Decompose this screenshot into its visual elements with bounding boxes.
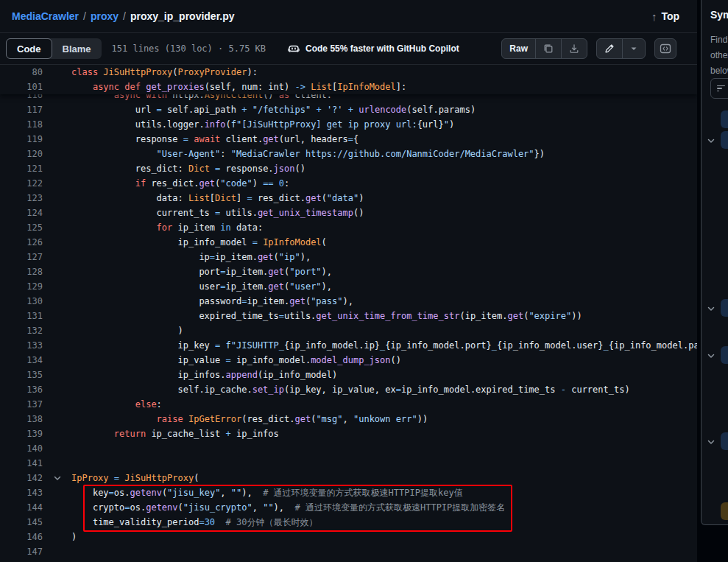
symbol-expand-chevron-icon[interactable]	[706, 351, 716, 361]
code-text: if res_dict.get("code") == 0:	[71, 178, 289, 189]
line-number[interactable]: 143	[0, 488, 43, 498]
right-sidebar: Symbols Findotherbelow	[697, 0, 728, 562]
code-line: 142IpProxy = JiSuHttpProxy(	[0, 471, 697, 485]
code-line: 124 current_ts = utils.get_unix_timestam…	[0, 206, 697, 220]
line-number[interactable]: 125	[0, 222, 43, 233]
edit-button[interactable]	[597, 39, 622, 58]
download-button[interactable]	[561, 39, 587, 58]
line-number[interactable]: 127	[0, 252, 43, 262]
line-number[interactable]: 118	[0, 119, 43, 130]
line-number[interactable]: 131	[0, 311, 43, 321]
code-line: 101 async def get_proxies(self, num: int…	[0, 80, 697, 94]
symbol-item[interactable]	[721, 299, 728, 317]
line-number[interactable]: 136	[0, 384, 43, 395]
edit-dropdown-chevron-icon	[630, 45, 637, 52]
line-number[interactable]: 123	[0, 193, 43, 203]
code-viewer: 116 async with httpx.AsyncClient() as cl…	[0, 65, 697, 562]
line-number[interactable]: 132	[0, 326, 43, 336]
code-line: 122 if res_dict.get("code") == 0:	[0, 176, 697, 191]
line-number[interactable]: 129	[0, 281, 43, 292]
code-line: 117 url = self.api_path + "/fetchips" + …	[0, 102, 697, 117]
scroll-to-top-button[interactable]: ↑ Top	[651, 10, 679, 23]
code-text: key=os.getenv("jisu_key", ""), # 通过环境变量的…	[71, 487, 463, 499]
copilot-icon	[288, 43, 300, 55]
line-number[interactable]: 138	[0, 414, 43, 424]
symbols-panel-toggle-button[interactable]	[654, 38, 676, 59]
copilot-banner[interactable]: Code 55% faster with GitHub Copilot	[288, 43, 459, 55]
symbols-panel: Symbols Findotherbelow	[701, 0, 728, 525]
symbol-expand-chevron-icon[interactable]	[706, 437, 716, 447]
code-text: utils.logger.info(f"[JiSuHttpProxy] get …	[71, 119, 454, 130]
code-line: 132 )	[0, 323, 697, 338]
line-number[interactable]: 133	[0, 340, 43, 351]
code-text: ip_infos.append(ip_info_model)	[71, 370, 337, 380]
code-line: 118 utils.logger.info(f"[JiSuHttpProxy] …	[0, 117, 697, 132]
tab-code[interactable]: Code	[6, 38, 52, 59]
line-number[interactable]: 144	[0, 502, 43, 513]
line-number[interactable]: 121	[0, 164, 43, 174]
code-text: class JiSuHttpProxy(ProxyProvider):	[71, 67, 258, 77]
symbol-item[interactable]	[721, 110, 728, 128]
code-line: 143 key=os.getenv("jisu_key", ""), # 通过环…	[0, 485, 697, 500]
copy-button[interactable]	[535, 39, 561, 58]
code-text: )	[71, 532, 77, 542]
symbol-expand-chevron-icon[interactable]	[706, 303, 716, 314]
code-line: 133 ip_key = f"JISUHTTP_{ip_info_model.i…	[0, 338, 697, 353]
line-number[interactable]: 139	[0, 429, 43, 439]
symbol-item[interactable]	[721, 432, 728, 450]
breadcrumb: MediaCrawler / proxy / proxy_ip_provider…	[0, 0, 697, 32]
line-number[interactable]: 135	[0, 370, 43, 380]
code-text: else:	[71, 399, 162, 410]
breadcrumb-filename: proxy_ip_provider.py	[130, 10, 235, 22]
code-lines: 116 async with httpx.AsyncClient() as cl…	[0, 88, 697, 559]
line-number[interactable]: 126	[0, 237, 43, 247]
symbol-item[interactable]	[721, 131, 728, 149]
code-line: 146)	[0, 530, 697, 544]
line-number[interactable]: 80	[0, 67, 43, 77]
line-number[interactable]: 120	[0, 149, 43, 159]
symbol-expand-chevron-icon[interactable]	[706, 136, 716, 146]
code-line: 121 res_dict: Dict = response.json()	[0, 161, 697, 176]
symbol-item[interactable]	[721, 346, 728, 364]
up-arrow-icon: ↑	[651, 10, 657, 23]
line-number[interactable]: 134	[0, 355, 43, 365]
line-number[interactable]: 119	[0, 134, 43, 144]
code-text: crypto=os.getenv("jisu_crypto", ""), # 通…	[71, 502, 505, 514]
line-number[interactable]: 147	[0, 547, 43, 557]
code-text: ip_info_model = IpInfoModel(	[71, 237, 327, 247]
breadcrumb-repo-link[interactable]: MediaCrawler	[12, 10, 79, 22]
line-number[interactable]: 141	[0, 458, 43, 468]
raw-button[interactable]: Raw	[502, 39, 535, 58]
code-text: user=ip_item.get("user"),	[71, 281, 332, 292]
code-blame-switcher: Code Blame	[6, 38, 102, 59]
line-number[interactable]: 122	[0, 178, 43, 189]
line-number[interactable]: 130	[0, 296, 43, 306]
line-number[interactable]: 142	[0, 473, 43, 483]
code-text: for ip_item in data:	[71, 222, 263, 233]
code-text: password=ip_item.get("pass"),	[71, 296, 353, 306]
line-number[interactable]: 124	[0, 208, 43, 218]
line-number[interactable]: 140	[0, 443, 43, 454]
code-text: time_validity_period=30 # 30分钟（最长时效）	[71, 516, 317, 529]
breadcrumb-separator: /	[123, 10, 126, 22]
line-number[interactable]: 117	[0, 105, 43, 115]
line-number[interactable]: 128	[0, 267, 43, 277]
tab-blame[interactable]: Blame	[52, 38, 102, 59]
code-text: ip=ip_item.get("ip"),	[71, 252, 311, 262]
copilot-banner-text: Code 55% faster with GitHub Copilot	[305, 43, 459, 54]
top-button-label: Top	[661, 10, 679, 22]
line-number[interactable]: 146	[0, 532, 43, 542]
file-toolbar: Code Blame 151 lines (130 loc) · 5.75 KB…	[0, 32, 697, 65]
line-number[interactable]: 137	[0, 399, 43, 410]
line-number[interactable]: 101	[0, 82, 43, 92]
edit-dropdown-button[interactable]	[622, 39, 645, 58]
breadcrumb-dir-link[interactable]: proxy	[91, 10, 119, 22]
code-line: 125 for ip_item in data:	[0, 220, 697, 235]
line-number[interactable]: 145	[0, 517, 43, 527]
code-text: ip_value = ip_info_model.model_dump_json…	[71, 355, 401, 365]
symbols-filter-input[interactable]	[710, 78, 728, 99]
collapse-chevron-icon[interactable]	[43, 474, 71, 482]
symbol-item[interactable]	[721, 502, 728, 520]
code-text: return ip_cache_list + ip_infos	[71, 429, 279, 439]
code-line: 80class JiSuHttpProxy(ProxyProvider):	[0, 65, 697, 80]
